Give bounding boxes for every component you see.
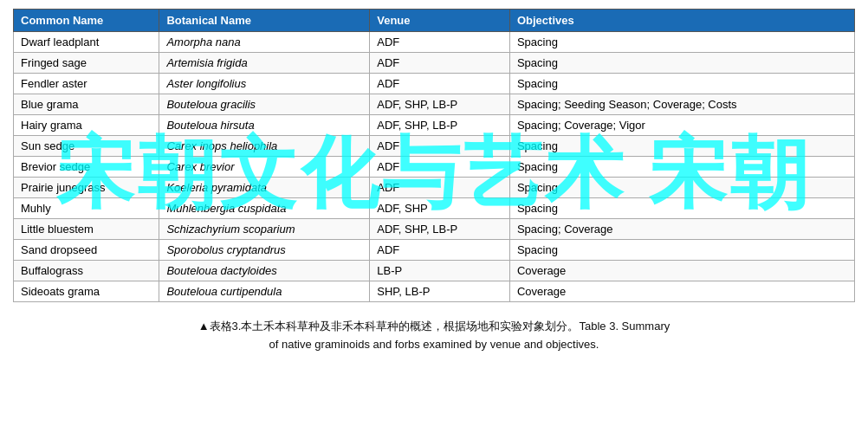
cell-venue: SHP, LB-P [370, 281, 510, 302]
table-row: BuffalograssBouteloua dactyloidesLB-PCov… [14, 261, 855, 281]
cell-common-name: Buffalograss [14, 261, 159, 281]
table-caption: ▲表格3.本土禾本科草种及非禾本科草种的概述，根据场地和实验对象划分。Table… [0, 318, 868, 354]
cell-objectives: Spacing [509, 53, 854, 74]
cell-botanical-name: Koeleria pyramidata [159, 178, 370, 198]
table-container: Common Name Botanical Name Venue Objecti… [0, 0, 868, 302]
cell-botanical-name: Bouteloua gracilis [159, 94, 370, 115]
col-header-common-name: Common Name [14, 10, 159, 32]
cell-venue: ADF [370, 53, 510, 74]
cell-venue: ADF, SHP [370, 198, 510, 219]
cell-venue: ADF [370, 178, 510, 198]
cell-objectives: Spacing; Seeding Season; Coverage; Costs [509, 94, 854, 115]
table-row: Fringed sageArtemisia frigidaADFSpacing [14, 53, 855, 74]
caption-line2: of native graminoids and forbs examined … [35, 336, 833, 354]
cell-botanical-name: Carex brevior [159, 157, 370, 178]
cell-botanical-name: Sporobolus cryptandrus [159, 240, 370, 261]
table-row: Blue gramaBouteloua gracilisADF, SHP, LB… [14, 94, 855, 115]
col-header-botanical-name: Botanical Name [159, 10, 370, 32]
cell-common-name: Muhly [14, 198, 159, 219]
cell-botanical-name: Muhlenbergia cuspidata [159, 198, 370, 219]
cell-common-name: Brevior sedge [14, 157, 159, 178]
cell-venue: ADF [370, 74, 510, 94]
cell-botanical-name: Amorpha nana [159, 32, 370, 53]
cell-objectives: Spacing [509, 32, 854, 53]
cell-objectives: Spacing; Coverage [509, 219, 854, 240]
table-row: Dwarf leadplantAmorpha nanaADFSpacing [14, 32, 855, 53]
cell-venue: ADF [370, 240, 510, 261]
cell-objectives: Spacing [509, 74, 854, 94]
col-header-venue: Venue [370, 10, 510, 32]
table-row: Hairy gramaBouteloua hirsutaADF, SHP, LB… [14, 115, 855, 136]
cell-objectives: Spacing [509, 178, 854, 198]
cell-common-name: Little bluestem [14, 219, 159, 240]
cell-botanical-name: Carex inops heliophila [159, 136, 370, 157]
cell-venue: ADF [370, 32, 510, 53]
table-row: Fendler asterAster longifoliusADFSpacing [14, 74, 855, 94]
table-row: MuhlyMuhlenbergia cuspidataADF, SHPSpaci… [14, 198, 855, 219]
cell-venue: ADF, SHP, LB-P [370, 115, 510, 136]
cell-objectives: Coverage [509, 261, 854, 281]
cell-venue: ADF [370, 157, 510, 178]
cell-venue: ADF, SHP, LB-P [370, 94, 510, 115]
cell-common-name: Fendler aster [14, 74, 159, 94]
cell-objectives: Spacing [509, 198, 854, 219]
cell-common-name: Dwarf leadplant [14, 32, 159, 53]
cell-venue: LB-P [370, 261, 510, 281]
cell-common-name: Blue grama [14, 94, 159, 115]
cell-botanical-name: Bouteloua dactyloides [159, 261, 370, 281]
cell-common-name: Prairie junegrass [14, 178, 159, 198]
table-row: Brevior sedgeCarex breviorADFSpacing [14, 157, 855, 178]
cell-objectives: Spacing; Coverage; Vigor [509, 115, 854, 136]
cell-common-name: Fringed sage [14, 53, 159, 74]
cell-botanical-name: Aster longifolius [159, 74, 370, 94]
cell-common-name: Hairy grama [14, 115, 159, 136]
cell-objectives: Spacing [509, 240, 854, 261]
table-row: Little bluestemSchizachyrium scopariumAD… [14, 219, 855, 240]
cell-common-name: Sun sedge [14, 136, 159, 157]
table-header-row: Common Name Botanical Name Venue Objecti… [14, 10, 855, 32]
cell-objectives: Coverage [509, 281, 854, 302]
table-row: Sun sedgeCarex inops heliophilaADFSpacin… [14, 136, 855, 157]
cell-venue: ADF [370, 136, 510, 157]
cell-botanical-name: Bouteloua hirsuta [159, 115, 370, 136]
col-header-objectives: Objectives [509, 10, 854, 32]
table-row: Sideoats gramaBouteloua curtipendulaSHP,… [14, 281, 855, 302]
cell-botanical-name: Artemisia frigida [159, 53, 370, 74]
cell-botanical-name: Bouteloua curtipendula [159, 281, 370, 302]
cell-common-name: Sideoats grama [14, 281, 159, 302]
cell-objectives: Spacing [509, 157, 854, 178]
cell-objectives: Spacing [509, 136, 854, 157]
data-table: Common Name Botanical Name Venue Objecti… [13, 9, 855, 302]
cell-common-name: Sand dropseed [14, 240, 159, 261]
caption-line1: ▲表格3.本土禾本科草种及非禾本科草种的概述，根据场地和实验对象划分。Table… [35, 318, 833, 336]
table-row: Sand dropseedSporobolus cryptandrusADFSp… [14, 240, 855, 261]
cell-venue: ADF, SHP, LB-P [370, 219, 510, 240]
table-row: Prairie junegrassKoeleria pyramidataADFS… [14, 178, 855, 198]
cell-botanical-name: Schizachyrium scoparium [159, 219, 370, 240]
